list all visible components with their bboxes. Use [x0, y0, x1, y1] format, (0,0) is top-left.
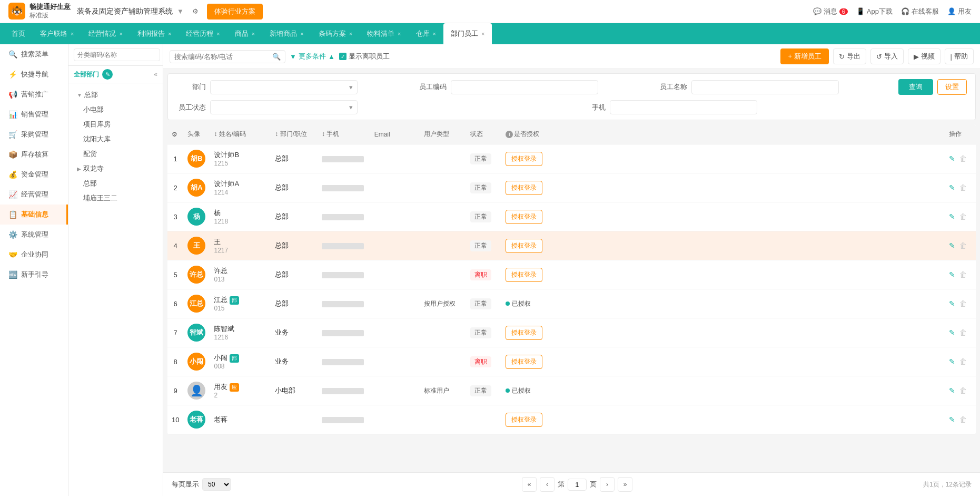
delete-btn[interactable]: 🗑: [959, 212, 967, 221]
dept-sub-pumiaowangsan[interactable]: 埔庙王三二: [68, 191, 163, 206]
sidebar-item-guide[interactable]: 🆕 新手引导: [0, 265, 68, 285]
delete-btn[interactable]: 🗑: [959, 241, 967, 250]
tab-operation[interactable]: 经营情况 ×: [81, 23, 130, 44]
auth-btn[interactable]: 授权登录: [506, 181, 542, 195]
tab-close-icon[interactable]: ×: [398, 31, 401, 37]
tab-add-goods[interactable]: 新增商品 ×: [262, 23, 311, 44]
edit-btn[interactable]: ✎: [949, 241, 955, 250]
empcode-filter-input[interactable]: [451, 80, 598, 94]
sidebar-item-shortcut[interactable]: ⚡ 快捷导航: [0, 64, 68, 84]
dept-sub-peihuo[interactable]: 配货: [68, 147, 163, 161]
search-icon[interactable]: 🔍: [272, 53, 281, 61]
tab-close-icon[interactable]: ×: [216, 31, 220, 37]
sidebar-item-inventory[interactable]: 📦 库存核算: [0, 144, 68, 164]
tab-bom[interactable]: 物料清单 ×: [360, 23, 408, 44]
delete-btn[interactable]: 🗑: [959, 328, 967, 337]
col-dept[interactable]: ↕ 部门/职位: [271, 124, 318, 144]
prev-page-btn[interactable]: ‹: [540, 477, 555, 492]
auth-btn[interactable]: 授权登录: [506, 355, 542, 369]
tab-barcode[interactable]: 条码方案 ×: [311, 23, 360, 44]
tab-close-icon[interactable]: ×: [119, 31, 122, 37]
col-settings[interactable]: ⚙: [167, 124, 183, 144]
tab-warehouse[interactable]: 仓库 ×: [409, 23, 443, 44]
tab-home[interactable]: 首页: [4, 23, 33, 44]
app-download-action[interactable]: 📱 App下载: [856, 7, 893, 16]
tab-customer[interactable]: 客户联络 ×: [33, 23, 81, 44]
help-btn[interactable]: | 帮助: [945, 48, 974, 64]
first-page-btn[interactable]: «: [522, 477, 537, 492]
edit-btn[interactable]: ✎: [949, 415, 955, 424]
dept-add-btn[interactable]: ✎: [102, 69, 113, 80]
message-action[interactable]: 💬 消息 6: [813, 7, 848, 16]
empname-filter-input[interactable]: [691, 80, 839, 94]
tab-profit[interactable]: 利润报告 ×: [130, 23, 179, 44]
view-btn[interactable]: ▶ 视频: [908, 48, 941, 64]
delete-btn[interactable]: 🗑: [959, 415, 967, 424]
delete-btn[interactable]: 🗑: [959, 270, 967, 279]
query-btn[interactable]: 查询: [898, 79, 933, 95]
edit-btn[interactable]: ✎: [949, 357, 955, 366]
page-input[interactable]: [568, 479, 587, 491]
auth-btn[interactable]: 授权登录: [506, 326, 542, 340]
sidebar-item-sales[interactable]: 📊 销售管理: [0, 104, 68, 124]
col-name[interactable]: ↕ 姓名/编码: [210, 124, 271, 144]
dept-sub-xiaodianbul[interactable]: 小电部: [68, 102, 163, 117]
auth-btn[interactable]: 授权登录: [506, 152, 542, 166]
tab-close-icon[interactable]: ×: [252, 31, 255, 37]
import-btn[interactable]: ↺ 导入: [870, 48, 904, 64]
sidebar-item-purchase[interactable]: 🛒 采购管理: [0, 124, 68, 144]
phone-filter-input[interactable]: [610, 100, 757, 114]
delete-btn[interactable]: 🗑: [959, 357, 967, 366]
edit-btn[interactable]: ✎: [949, 154, 955, 163]
tab-history[interactable]: 经营历程 ×: [179, 23, 227, 44]
all-dept-label[interactable]: 全部部门: [74, 70, 99, 79]
dept-tree-item-zongbu-root[interactable]: ▼ 总部: [68, 87, 163, 102]
system-dropdown-icon[interactable]: ▼: [177, 7, 184, 15]
dept-search-input[interactable]: [74, 48, 160, 61]
tab-goods[interactable]: 商品 ×: [227, 23, 262, 44]
edit-btn[interactable]: ✎: [949, 386, 955, 395]
dept-filter-select[interactable]: ▾: [210, 80, 358, 94]
try-button[interactable]: 体验行业方案: [207, 4, 263, 20]
show-resigned-toggle[interactable]: ✓ 显示离职员工: [339, 52, 390, 61]
tab-close-icon[interactable]: ×: [168, 31, 171, 37]
user-action[interactable]: 👤 用友: [947, 7, 972, 16]
empstatus-filter-select[interactable]: ▾: [210, 100, 358, 114]
resigned-checkbox[interactable]: ✓: [339, 53, 347, 60]
auth-btn[interactable]: 授权登录: [506, 268, 542, 282]
sidebar-item-finance[interactable]: 💰 资金管理: [0, 164, 68, 184]
search-input[interactable]: [174, 53, 272, 61]
tab-close-icon[interactable]: ×: [349, 31, 352, 37]
edit-btn[interactable]: ✎: [949, 212, 955, 221]
tab-close-icon[interactable]: ×: [71, 31, 74, 37]
dept-sub-xiangmukufang[interactable]: 项目库房: [68, 117, 163, 132]
page-size-dropdown[interactable]: 50 100 200: [202, 478, 231, 491]
last-page-btn[interactable]: »: [618, 477, 632, 492]
dept-collapse-btn[interactable]: «: [154, 71, 157, 78]
sidebar-item-collab[interactable]: 🤝 企业协同: [0, 245, 68, 265]
auth-btn[interactable]: 授权登录: [506, 239, 542, 253]
tab-employee[interactable]: 部门员工 ×: [443, 23, 492, 44]
set-btn[interactable]: 设置: [937, 79, 967, 95]
col-phone[interactable]: ↕ 手机: [318, 124, 370, 144]
sidebar-item-search[interactable]: 🔍 搜索菜单: [0, 44, 68, 64]
more-filters-btn[interactable]: ▼ 更多条件 ▲: [290, 52, 335, 61]
delete-btn[interactable]: 🗑: [959, 154, 967, 163]
sidebar-item-system[interactable]: ⚙️ 系统管理: [0, 225, 68, 245]
edit-btn[interactable]: ✎: [949, 183, 955, 192]
dept-sub-zongbu2[interactable]: 总部: [68, 176, 163, 191]
auth-btn[interactable]: 授权登录: [506, 210, 542, 224]
export-btn[interactable]: ↻ 导出: [833, 48, 866, 64]
edit-btn[interactable]: ✎: [949, 328, 955, 337]
sidebar-item-basic[interactable]: 📋 基础信息: [0, 205, 68, 225]
tab-close-icon[interactable]: ×: [433, 31, 436, 37]
delete-btn[interactable]: 🗑: [959, 386, 967, 395]
settings-icon[interactable]: ⚙: [188, 4, 203, 19]
dept-tree-item-shuanglongsi[interactable]: ▶ 双龙寺: [68, 161, 163, 176]
edit-btn[interactable]: ✎: [949, 270, 955, 279]
tab-close-icon[interactable]: ×: [481, 31, 484, 37]
tab-close-icon[interactable]: ×: [300, 31, 303, 37]
online-service-action[interactable]: 🎧 在线客服: [901, 7, 939, 16]
delete-btn[interactable]: 🗑: [959, 299, 967, 308]
add-employee-btn[interactable]: + 新增员工: [780, 48, 828, 64]
